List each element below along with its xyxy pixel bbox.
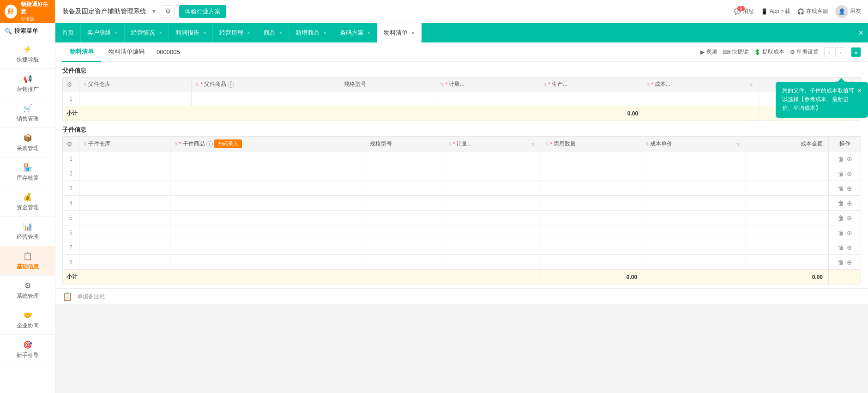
child-qty-2[interactable] xyxy=(541,166,641,181)
tab-new-goods-close[interactable]: × xyxy=(323,30,326,36)
child-warehouse-6[interactable] xyxy=(79,225,170,240)
trial-button[interactable]: 体验行业方案 xyxy=(179,5,226,18)
sort-icon[interactable]: ⇅ xyxy=(448,141,452,146)
child-measure-6[interactable] xyxy=(444,225,527,240)
child-measure-8[interactable] xyxy=(444,255,527,270)
sort-icon[interactable]: ⇅ xyxy=(749,82,753,87)
sidebar-item-basic-info[interactable]: 📋 基础信息 xyxy=(0,246,55,276)
sidebar-item-enterprise[interactable]: 🤝 企业协同 xyxy=(0,305,55,335)
sidebar-item-marketing[interactable]: 📢 营销推广 xyxy=(0,69,55,98)
child-product-5[interactable] xyxy=(170,211,366,225)
close-all-tabs[interactable]: × xyxy=(854,28,868,38)
tab-barcode[interactable]: 条码方案 × xyxy=(333,23,377,42)
tab-history[interactable]: 经营历程 × xyxy=(213,23,257,42)
child-warehouse-3[interactable] xyxy=(79,181,170,196)
view-action[interactable]: ▶ 视频 xyxy=(700,48,717,56)
copy-icon[interactable]: ⊕ xyxy=(847,170,852,177)
child-spec-7[interactable] xyxy=(366,240,444,255)
child-unit-cost-3[interactable] xyxy=(641,181,732,196)
tab-customers[interactable]: 客户联络 × xyxy=(81,23,125,42)
tab-bom[interactable]: 物料清单 × xyxy=(377,23,421,42)
sidebar-item-finance[interactable]: 💰 资金管理 xyxy=(0,187,55,217)
sort-icon[interactable]: ⇅ xyxy=(543,82,547,87)
tab-home[interactable]: 首页 xyxy=(55,23,81,42)
child-measure-5[interactable] xyxy=(444,211,527,225)
child-measure-3[interactable] xyxy=(444,181,527,196)
child-product-7[interactable] xyxy=(170,240,366,255)
scan-button[interactable]: 扫码录入 xyxy=(214,139,242,148)
child-cost-amount-2[interactable] xyxy=(746,166,829,181)
child-qty-6[interactable] xyxy=(541,225,641,240)
child-cost-amount-3[interactable] xyxy=(746,181,829,196)
sidebar-item-quick-nav[interactable]: ⚡ 快捷导航 xyxy=(0,39,55,69)
child-qty-8[interactable] xyxy=(541,255,641,270)
copy-icon[interactable]: ⊕ xyxy=(847,200,852,207)
parent-spec-cell[interactable] xyxy=(340,91,436,106)
next-arrow[interactable]: › xyxy=(835,47,845,57)
child-product-3[interactable] xyxy=(170,181,366,196)
sort-icon[interactable]: ⇅ xyxy=(174,141,178,146)
child-unit-cost-2[interactable] xyxy=(641,166,732,181)
child-spec-4[interactable] xyxy=(366,196,444,211)
sort-icon[interactable]: ⇅ xyxy=(645,141,649,146)
tab-profit-close[interactable]: × xyxy=(203,30,206,36)
child-spec-1[interactable] xyxy=(366,151,444,166)
child-measure-2[interactable] xyxy=(444,166,527,181)
child-unit-cost-8[interactable] xyxy=(641,255,732,270)
child-unit-cost-7[interactable] xyxy=(641,240,732,255)
child-unit-cost-1[interactable] xyxy=(641,151,732,166)
tab-history-close[interactable]: × xyxy=(247,30,250,36)
child-spec-6[interactable] xyxy=(366,225,444,240)
online-service-action[interactable]: 🎧 在线客服 xyxy=(797,7,828,15)
delete-icon[interactable]: 🗑 xyxy=(838,214,844,222)
sidebar-search[interactable]: 🔍 搜索菜单 xyxy=(0,23,55,39)
list-view-btn[interactable]: ≡ xyxy=(851,47,861,57)
tooltip-close[interactable]: × xyxy=(858,85,862,96)
delete-icon[interactable]: 🗑 xyxy=(838,259,844,266)
child-cost-amount-6[interactable] xyxy=(746,225,829,240)
child-unit-cost-4[interactable] xyxy=(641,196,732,211)
gear-button[interactable]: ⚙ xyxy=(162,5,175,18)
child-warehouse-7[interactable] xyxy=(79,240,170,255)
sidebar-item-system[interactable]: ⚙ 系统管理 xyxy=(0,276,55,305)
child-warehouse-5[interactable] xyxy=(79,211,170,225)
delete-icon[interactable]: 🗑 xyxy=(838,244,844,251)
copy-icon[interactable]: ⊕ xyxy=(847,185,852,192)
child-product-1[interactable] xyxy=(170,151,366,166)
tab-business-close[interactable]: × xyxy=(159,30,162,36)
child-product-6[interactable] xyxy=(170,225,366,240)
parent-production-cell[interactable] xyxy=(539,91,642,106)
child-qty-3[interactable] xyxy=(541,181,641,196)
delete-icon[interactable]: 🗑 xyxy=(838,229,844,236)
delete-icon[interactable]: 🗑 xyxy=(838,185,844,192)
child-cost-amount-8[interactable] xyxy=(746,255,829,270)
tab-goods[interactable]: 商品 × xyxy=(257,23,289,42)
child-qty-7[interactable] xyxy=(541,240,641,255)
child-product-8[interactable] xyxy=(170,255,366,270)
sub-tab-bom-code[interactable]: 物料清单编码 xyxy=(101,42,152,62)
shortcut-action[interactable]: ⌨ 快捷键 xyxy=(723,48,748,56)
tab-customers-close[interactable]: × xyxy=(115,30,118,36)
copy-icon[interactable]: ⊕ xyxy=(847,155,852,163)
info-icon[interactable]: i xyxy=(228,81,234,88)
sort-icon[interactable]: ⇅ xyxy=(83,82,87,87)
child-product-4[interactable] xyxy=(170,196,366,211)
sidebar-item-inventory[interactable]: 🏪 库存核算 xyxy=(0,157,55,187)
child-col-settings-icon[interactable]: ⚙ xyxy=(66,140,72,148)
child-qty-1[interactable] xyxy=(541,151,641,166)
sort-icon[interactable]: ⇅ xyxy=(646,82,650,87)
sort-icon[interactable]: ⇅ xyxy=(195,82,199,87)
copy-icon[interactable]: ⊕ xyxy=(847,229,852,236)
message-action[interactable]: 💬 6 消息 xyxy=(734,7,754,15)
copy-icon[interactable]: ⊕ xyxy=(847,214,852,222)
tab-business[interactable]: 经营情况 × xyxy=(125,23,169,42)
parent-product-cell[interactable] xyxy=(192,91,340,106)
sub-tab-bom-list[interactable]: 物料清单 xyxy=(62,42,101,62)
child-cost-amount-1[interactable] xyxy=(746,151,829,166)
cost-action[interactable]: 💲 提取成本 xyxy=(754,48,784,56)
sort-icon[interactable]: ⇅ xyxy=(531,142,535,147)
user-profile[interactable]: 👤 用友 xyxy=(835,5,861,18)
parent-measure-cell[interactable] xyxy=(436,91,539,106)
tab-profit[interactable]: 利润报告 × xyxy=(169,23,213,42)
child-warehouse-4[interactable] xyxy=(79,196,170,211)
